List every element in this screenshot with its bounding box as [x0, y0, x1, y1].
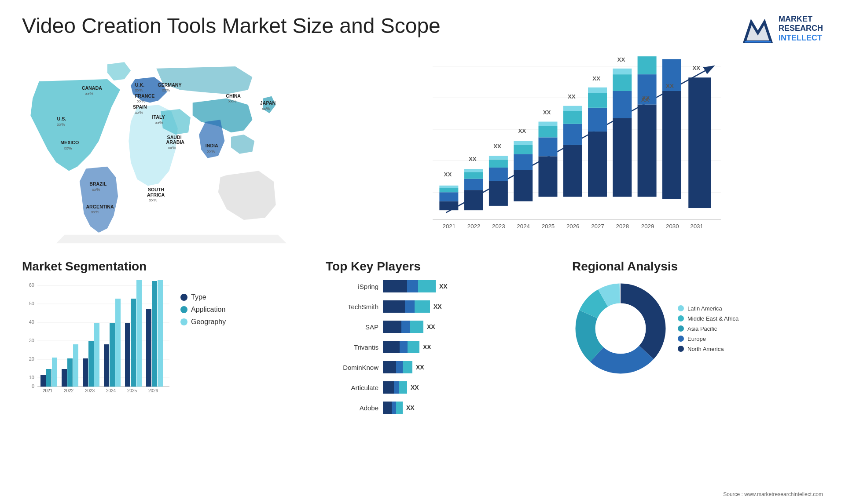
bar-2029-xx: XX [641, 96, 649, 103]
svg-rect-38 [110, 323, 115, 387]
svg-text:60: 60 [29, 282, 34, 288]
player-bar-seg [392, 402, 396, 414]
bar-2022-seg4 [464, 169, 483, 172]
southafrica-value: xx% [149, 197, 158, 202]
southafrica-label: SOUTH [148, 187, 164, 192]
player-bar-seg [410, 321, 423, 333]
reg-na-label: North America [687, 346, 724, 352]
argentina-label: ARGENTINA [86, 204, 114, 209]
bar-2023-xx: XX [493, 143, 501, 150]
bar-2024-seg2 [514, 154, 533, 170]
legend-geography-label: Geography [191, 318, 226, 326]
japan-value: xx% [262, 106, 270, 111]
player-bar-seg [418, 280, 436, 292]
player-bar-seg [383, 341, 400, 353]
bar-2021-seg3 [439, 188, 458, 192]
china-label: CHINA [226, 93, 241, 99]
india-label: INDIA [206, 143, 218, 148]
seg-2021-app [46, 369, 51, 387]
player-bar-svg [383, 321, 423, 333]
player-xx-label: XX [439, 283, 448, 290]
regional-title: Regional Analysis [572, 259, 819, 274]
us-value: xx% [57, 122, 65, 127]
bar-2025-seg3 [538, 126, 557, 138]
us-label: U.S. [57, 116, 66, 121]
japan-label: JAPAN [260, 100, 276, 106]
bar-2024-xx: XX [518, 128, 526, 134]
logo-line3: INTELLECT [779, 33, 823, 43]
player-row: DominKnowXX [326, 361, 555, 373]
spain-value: xx% [135, 110, 143, 115]
legend-geography-dot [180, 318, 187, 325]
players-section: Top Key Players iSpringXXTechSmithXXSAPX… [317, 259, 563, 495]
svg-text:2022: 2022 [64, 388, 74, 393]
svg-rect-42 [131, 299, 136, 387]
reg-apac: Asia Pacific [678, 325, 738, 332]
chart-section: XX 2021 XX 2022 XX 2023 XX 2024 [308, 48, 827, 251]
france-value: xx% [137, 99, 146, 103]
bar-2029-seg3 [638, 56, 657, 74]
svg-rect-29 [62, 369, 67, 387]
svg-rect-31 [73, 344, 78, 387]
player-bar-container: XX [383, 361, 555, 373]
player-row: TechSmithXX [326, 300, 555, 313]
bar-2025-seg1 [538, 156, 557, 197]
player-row: ArticulateXX [326, 381, 555, 394]
svg-text:30: 30 [29, 338, 34, 343]
player-name: DominKnow [326, 364, 378, 371]
reg-mea: Middle East & Africa [678, 315, 738, 322]
player-bar-seg [407, 280, 418, 292]
bar-2023-seg1 [489, 181, 508, 206]
bar-2022-seg1 [464, 190, 483, 210]
argentina-value: xx% [91, 209, 99, 214]
bar-2026-seg1 [563, 145, 582, 197]
bar-2026-seg2 [563, 124, 582, 145]
bar-2028-seg3 [613, 74, 632, 91]
player-xx-label: XX [411, 384, 419, 391]
reg-apac-label: Asia Pacific [687, 325, 717, 332]
reg-latam-label: Latin America [687, 305, 722, 312]
donut-container: Latin America Middle East & Africa Asia … [572, 280, 819, 377]
player-bar-container: XX [383, 341, 555, 353]
uk-label: U.K. [135, 82, 144, 88]
reg-europe: Europe [678, 336, 738, 342]
bar-2026-seg4 [563, 106, 582, 111]
page-title: Video Creation Tools Market Size and Sco… [22, 13, 441, 39]
donut-chart [572, 280, 669, 377]
player-bar-seg [383, 402, 392, 414]
bar-2022-seg3 [464, 172, 483, 179]
svg-rect-47 [158, 280, 163, 387]
italy-label: ITALY [152, 114, 165, 120]
segmentation-container: 60 50 40 30 20 10 0 2021 [22, 280, 299, 394]
source-text: Source : www.marketresearchintellect.com [723, 491, 823, 497]
bar-2024-seg4 [514, 141, 533, 145]
seg-legend: Type Application Geography [180, 280, 226, 326]
bar-2024-seg3 [514, 145, 533, 154]
bar-2024-seg1 [514, 170, 533, 201]
bar-2027-seg1 [588, 131, 607, 197]
player-name: iSpring [326, 283, 378, 290]
bar-2026-seg3 [563, 111, 582, 124]
segmentation-title: Market Segmentation [22, 259, 299, 274]
player-name: Articulate [326, 384, 378, 391]
svg-rect-30 [67, 358, 73, 387]
player-bar-seg [394, 381, 399, 394]
legend-geography: Geography [180, 318, 226, 326]
player-bar-seg [408, 341, 419, 353]
year-2023: 2023 [492, 223, 505, 230]
legend-application-dot [180, 306, 187, 313]
reg-na-dot [678, 346, 684, 352]
seg-2021-type [40, 375, 46, 387]
spain-label: SPAIN [133, 104, 147, 110]
world-map-svg: CANADA xx% U.S. xx% MEXICO xx% BRAZIL xx… [22, 53, 299, 246]
germany-label: GERMANY [158, 82, 181, 88]
svg-rect-35 [94, 323, 99, 387]
italy-value: xx% [155, 120, 163, 125]
bar-2027-seg3 [588, 93, 607, 108]
year-2022: 2022 [467, 223, 481, 230]
player-bar-container: XX [383, 402, 555, 414]
player-bar-svg [383, 341, 419, 353]
svg-rect-43 [136, 280, 142, 387]
brazil-label: BRAZIL [89, 181, 107, 186]
seg-2021-geo [52, 358, 57, 387]
